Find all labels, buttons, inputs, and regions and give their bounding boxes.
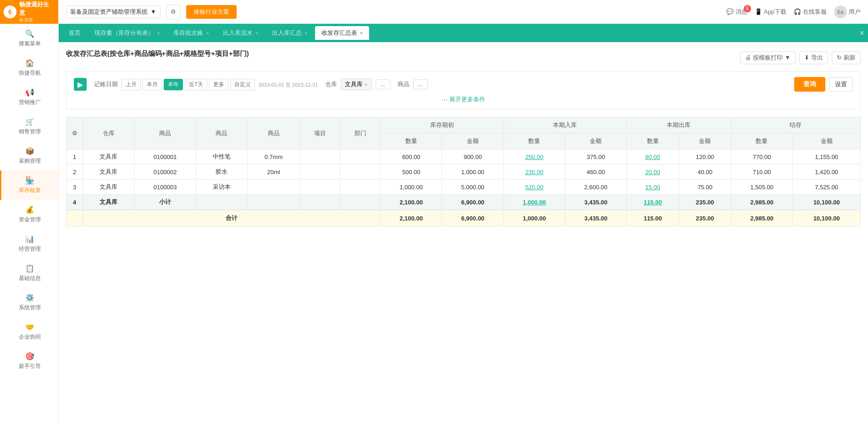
tab-batch-close[interactable]: × xyxy=(206,30,209,36)
sidebar-item-finance[interactable]: 💰 资金管理 xyxy=(0,200,58,229)
th-out-amt: 金额 xyxy=(679,133,731,149)
row1-project xyxy=(300,149,340,165)
sidebar-item-search[interactable]: 🔍 搜索菜单 xyxy=(0,24,58,53)
table-row: 3 文具库 0100003 采访本 1,000.00 5,000.00 520.… xyxy=(66,180,861,195)
sidebar-item-basics[interactable]: 📋 基础信息 xyxy=(0,258,58,288)
row1-opening-qty: 600.00 xyxy=(381,149,442,165)
sidebar-item-operations[interactable]: 📊 经营管理 xyxy=(0,229,58,258)
top-header: 装备及固定资产辅助管理系统 ▼ ⚙ 体验行业方案 💬 消息 6 📱 App下载 … xyxy=(59,0,868,24)
messages-button[interactable]: 💬 消息 6 xyxy=(726,8,747,16)
filter-toggle-button[interactable]: ▶ xyxy=(74,78,87,91)
tab-inout-summary[interactable]: 出入库汇总 × xyxy=(265,26,314,40)
row3-in-qty[interactable]: 520.00 xyxy=(503,180,565,195)
row2-in-amt: 460.00 xyxy=(565,165,626,180)
row2-opening-amt: 1,000.00 xyxy=(442,165,503,180)
row1-in-amt: 375.00 xyxy=(565,149,626,165)
subtotal-label: 小计 xyxy=(134,195,196,210)
print-button[interactable]: 🖨 按模板打印 ▼ xyxy=(740,51,796,64)
subtotal-col4 xyxy=(248,195,300,210)
row2-out-qty[interactable]: 20.00 xyxy=(627,165,679,180)
logo-text: 畅捷通好生意 标准版 xyxy=(19,0,55,23)
row2-in-qty[interactable]: 230.00 xyxy=(503,165,565,180)
sidebar-item-sales[interactable]: 🛒 销售管理 xyxy=(0,112,58,141)
online-service-button[interactable]: 🎧 在线客服 xyxy=(794,8,827,16)
sidebar-item-enterprise[interactable]: 🤝 企业协同 xyxy=(0,317,58,346)
row2-department xyxy=(340,165,381,180)
th-goods-spec: 商品 xyxy=(248,117,300,149)
system-name: 装备及固定资产辅助管理系统 xyxy=(70,8,148,16)
th-goods-code: 商品 xyxy=(134,117,196,149)
row3-opening-amt: 5,000.00 xyxy=(442,180,503,195)
th-group-balance: 结存 xyxy=(731,117,860,133)
tab-stock-dist-close[interactable]: × xyxy=(157,30,160,36)
total-out-amt: 235.00 xyxy=(679,210,731,226)
sidebar-item-system[interactable]: ⚙️ 系统管理 xyxy=(0,288,58,317)
refresh-button[interactable]: ↻ 刷新 xyxy=(832,51,861,64)
tab-inout-flow-close[interactable]: × xyxy=(255,30,258,36)
app-download-button[interactable]: 📱 App下载 xyxy=(755,8,786,16)
th-col-settings[interactable]: ⚙ xyxy=(66,117,83,149)
trial-button[interactable]: 体验行业方案 xyxy=(186,5,237,19)
sidebar-item-purchase[interactable]: 📦 采购管理 xyxy=(0,141,58,170)
tab-inout-summary-close[interactable]: × xyxy=(304,30,307,36)
row3-out-qty[interactable]: 15.00 xyxy=(627,180,679,195)
headset-icon: 🎧 xyxy=(794,8,801,15)
settings-gear-button[interactable]: ⚙ xyxy=(166,5,181,19)
user-menu-button[interactable]: Ea 用户 xyxy=(834,5,861,18)
row3-goods-spec xyxy=(248,180,300,195)
subtotal-out-qty[interactable]: 115.00 xyxy=(627,195,679,210)
row1-in-qty[interactable]: 250.00 xyxy=(503,149,565,165)
date-btn-custom[interactable]: 自定义 xyxy=(230,79,255,90)
chevron-print-icon: ▼ xyxy=(785,54,791,61)
sidebar-item-inventory[interactable]: 🏪 库存核算 xyxy=(0,170,58,200)
tab-recv-send-summary-close[interactable]: × xyxy=(360,30,363,36)
export-button[interactable]: ⬇ 导出 xyxy=(799,51,828,64)
tab-stock-dist[interactable]: 现存量（库存分布表） × xyxy=(88,26,166,40)
date-range-display: 2023-01-01 至 2023-12-31 xyxy=(259,82,318,88)
tab-recv-send-summary[interactable]: 收发存汇总表 × xyxy=(315,26,369,40)
tab-home[interactable]: 首页 xyxy=(62,26,87,40)
warehouse-more-button[interactable]: ... xyxy=(376,79,390,89)
inventory-icon: 🏪 xyxy=(25,176,34,185)
filter-area: ▶ 记账日期 上月 本月 本年 近7天 更多 自定义 20 xyxy=(66,71,861,110)
expand-conditions-button[interactable]: ⋯ 展开更多条件 xyxy=(442,95,485,104)
query-button[interactable]: 查询 xyxy=(794,77,825,92)
logo-icon: 6 xyxy=(4,5,17,18)
tabs-close-all-button[interactable]: × xyxy=(859,28,864,38)
tab-batch[interactable]: 库存批次账 × xyxy=(167,26,215,40)
date-btn-more[interactable]: 更多 xyxy=(209,79,228,90)
subtotal-balance-qty: 2,985.00 xyxy=(731,195,792,210)
tab-inout-flow[interactable]: 出入库流水 × xyxy=(216,26,265,40)
date-btn-last-month[interactable]: 上月 xyxy=(122,79,141,90)
tab-recv-send-summary-label: 收发存汇总表 xyxy=(321,29,357,37)
subtotal-out-amt: 235.00 xyxy=(679,195,731,210)
total-in-qty: 1,000.00 xyxy=(503,210,565,226)
marketing-icon: 📢 xyxy=(25,88,34,97)
row3-balance-amt: 7,525.00 xyxy=(793,180,861,195)
tab-stock-dist-label: 现存量（库存分布表） xyxy=(94,29,154,37)
row2-project xyxy=(300,165,340,180)
row1-warehouse: 文具库 xyxy=(83,149,134,165)
date-btn-this-month[interactable]: 本月 xyxy=(143,79,162,90)
row1-out-qty[interactable]: 80.00 xyxy=(627,149,679,165)
row1-goods-name: 中性笔 xyxy=(196,149,247,165)
sidebar-item-quicknav[interactable]: 🏠 快捷导航 xyxy=(0,53,58,82)
expand-icon: ⋯ xyxy=(442,96,448,103)
warehouse-tag-remove[interactable]: × xyxy=(365,82,367,87)
subtotal-opening-amt: 6,900.00 xyxy=(442,195,503,210)
row3-department xyxy=(340,180,381,195)
print-icon: 🖨 xyxy=(745,54,751,61)
sidebar-item-marketing[interactable]: 📢 营销推广 xyxy=(0,82,58,112)
filter-settings-button[interactable]: 设置 xyxy=(829,77,853,92)
goods-more-button[interactable]: ... xyxy=(413,79,428,89)
filter-row-expand: ⋯ 展开更多条件 xyxy=(74,92,853,104)
sidebar-item-newbie[interactable]: 🎯 新手引导 xyxy=(0,346,58,376)
system-selector[interactable]: 装备及固定资产辅助管理系统 ▼ xyxy=(66,5,160,18)
date-btn-this-year[interactable]: 本年 xyxy=(164,79,183,90)
date-filter-section: 记账日期 上月 本月 本年 近7天 更多 自定义 2023-01-01 至 20… xyxy=(94,79,318,90)
date-btn-7days[interactable]: 近7天 xyxy=(185,79,207,90)
tabs-bar: 首页 现存量（库存分布表） × 库存批次账 × 出入库流水 × 出入库汇总 × … xyxy=(59,24,868,42)
header-right: 💬 消息 6 📱 App下载 🎧 在线客服 Ea 用户 xyxy=(726,5,861,18)
newbie-icon: 🎯 xyxy=(25,352,34,361)
subtotal-in-qty[interactable]: 1,000.00 xyxy=(503,195,565,210)
